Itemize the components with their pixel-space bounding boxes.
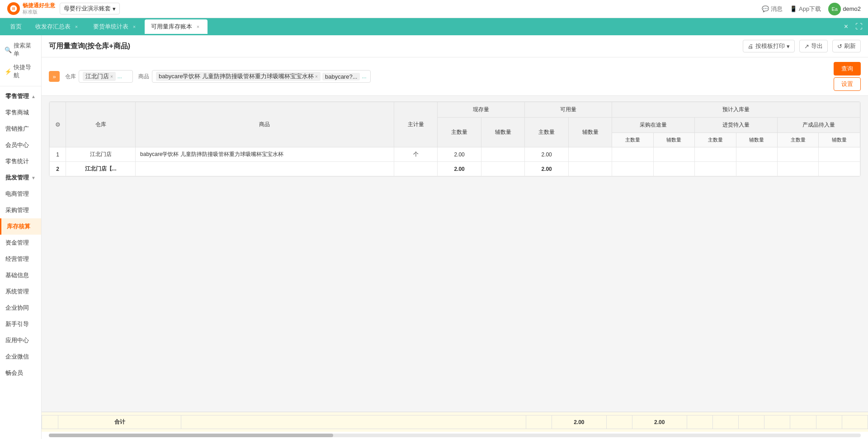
- sidebar-item-retail-mgmt[interactable]: 零售管理 ▲: [0, 88, 41, 104]
- top-bar-right: 💬 消息 📱 App下载 Ea demo2: [762, 3, 861, 15]
- warehouse-filter-group: 仓库 江北门店 × ...: [65, 70, 133, 83]
- refresh-icon: ↺: [837, 43, 842, 50]
- sidebar-item-inventory[interactable]: 库存核算: [0, 218, 41, 235]
- row-2-pur-aux: [653, 162, 694, 176]
- stock-qty-header: 主数量: [438, 118, 481, 147]
- warehouse-tag-1-remove[interactable]: ×: [110, 74, 113, 79]
- row-1-in-aux: [736, 147, 777, 162]
- row-2-stock-aux: [481, 162, 525, 176]
- row-2-prod-qty: [778, 162, 819, 176]
- tab-order-stat[interactable]: 要货单统计表 ×: [87, 19, 144, 34]
- row-2-stock-qty: 2.00: [438, 162, 481, 176]
- scroll-track[interactable]: [49, 434, 861, 437]
- query-btn[interactable]: 查询: [834, 62, 861, 76]
- filter-actions: 查询 设置: [834, 62, 861, 91]
- product-more[interactable]: ...: [362, 73, 366, 80]
- sidebar-item-member[interactable]: 会员中心: [0, 137, 41, 153]
- logo-text: 畅捷通好生意: [23, 2, 55, 9]
- sidebar-item-appcenter[interactable]: 应用中心: [0, 332, 41, 349]
- export-btn[interactable]: ↗ 导出: [799, 40, 828, 52]
- nav-tabs: 首页 收发存汇总表 × 要货单统计表 × 可用量库存账本 × × ⛶: [0, 18, 868, 35]
- stock-col-header: 现存量: [438, 102, 525, 118]
- warehouse-more[interactable]: ...: [118, 73, 122, 80]
- tab-recv-send-label: 收发存汇总表: [35, 23, 71, 31]
- top-bar-left: 畅捷通好生意 标准版 母婴行业演示账套 ▾: [7, 2, 120, 15]
- table-row: 1 江北门店 babycare学饮杯 儿童防摔防撞吸管杯重力球吸嘴杯宝宝水杯 个…: [50, 147, 860, 162]
- table-row-subtotal: 2 江北门店【... 2.00 2.00: [50, 162, 860, 176]
- avail-aux-header: 辅数量: [568, 118, 612, 147]
- row-2-pur-qty: [612, 162, 653, 176]
- tab-available-stock-close[interactable]: ×: [195, 24, 201, 30]
- tab-recv-send-close[interactable]: ×: [73, 24, 80, 30]
- settings-col-header: ⚙: [50, 102, 66, 147]
- gear-icon[interactable]: ⚙: [55, 121, 61, 128]
- page-content-area: 可用量查询(按仓库+商品) 🖨 按模板打印 ▾ ↗ 导出 ↺ 刷新: [42, 35, 868, 439]
- avatar: Ea: [828, 3, 841, 15]
- user-profile[interactable]: Ea demo2: [828, 3, 861, 15]
- fullscreen-icon[interactable]: ⛶: [854, 21, 864, 33]
- pur-aux-sub: 辅数量: [653, 133, 694, 147]
- tab-available-stock[interactable]: 可用量库存账本 ×: [145, 19, 208, 34]
- row-1-no: 1: [50, 147, 66, 162]
- row-1-avail-qty: 2.00: [525, 147, 569, 162]
- product-filter-group: 商品 babycare学饮杯 儿童防摔防撞吸管杯重力球吸嘴杯宝宝水杯 × bab…: [138, 70, 371, 83]
- logo: 畅捷通好生意 标准版: [7, 2, 55, 15]
- expand-icon: »: [52, 73, 56, 80]
- chevron-down-icon: ▾: [113, 5, 116, 12]
- sidebar-item-retail-stat[interactable]: 零售统计: [0, 153, 41, 170]
- sidebar-item-ecommerce[interactable]: 电商管理: [0, 186, 41, 202]
- product-filter-label: 商品: [138, 73, 149, 80]
- scroll-thumb[interactable]: [49, 434, 333, 437]
- account-selector[interactable]: 母婴行业演示账套 ▾: [60, 3, 120, 14]
- sidebar-item-vip[interactable]: 畅会员: [0, 365, 41, 381]
- logo-sub: 标准版: [23, 9, 55, 15]
- tab-home[interactable]: 首页: [4, 19, 28, 34]
- row-2-no: 2: [50, 162, 66, 176]
- app-download-action[interactable]: 📱 App下载: [790, 5, 821, 13]
- nav-icon: ⚡: [5, 68, 12, 75]
- inventory-table: ⚙ 仓库 商品 主计量 现存量 可用量 预计入库量 主数量 辅数量: [49, 102, 860, 176]
- username: demo2: [843, 5, 861, 12]
- row-2-prod-aux: [819, 162, 860, 176]
- print-btn[interactable]: 🖨 按模板打印 ▾: [743, 40, 795, 52]
- row-2-in-qty: [695, 162, 736, 176]
- message-action[interactable]: 💬 消息: [762, 5, 783, 13]
- settings-btn[interactable]: 设置: [834, 77, 861, 91]
- sidebar-item-wholesale-mgmt[interactable]: 批发管理 ▼: [0, 170, 41, 186]
- tab-available-stock-label: 可用量库存账本: [151, 23, 192, 31]
- filter-expand-btn[interactable]: »: [49, 71, 60, 82]
- sidebar-item-marketing[interactable]: 营销推广: [0, 121, 41, 137]
- page-header: 可用量查询(按仓库+商品) 🖨 按模板打印 ▾ ↗ 导出 ↺ 刷新: [42, 35, 868, 57]
- expected-in-col-header: 预计入库量: [612, 102, 860, 118]
- warehouse-filter-tags[interactable]: 江北门店 × ...: [79, 70, 133, 83]
- refresh-btn[interactable]: ↺ 刷新: [832, 40, 861, 52]
- sidebar-item-operations[interactable]: 经营管理: [0, 251, 41, 267]
- available-col-header: 可用量: [525, 102, 612, 118]
- tab-recv-send[interactable]: 收发存汇总表 ×: [29, 19, 86, 34]
- sidebar-item-finance[interactable]: 资金管理: [0, 235, 41, 251]
- unit-col-header: 主计量: [394, 102, 438, 147]
- tab-order-stat-close[interactable]: ×: [131, 24, 137, 30]
- pur-qty-sub: 主数量: [612, 133, 653, 147]
- nav-right-actions: × ⛶: [842, 21, 864, 33]
- sidebar-item-system[interactable]: 系统管理: [0, 283, 41, 300]
- sidebar-search[interactable]: 🔍 搜索菜单: [0, 39, 41, 61]
- sidebar-item-base-info[interactable]: 基础信息: [0, 267, 41, 283]
- row-2-warehouse: 江北门店【...: [66, 162, 136, 176]
- main-layout: 🔍 搜索菜单 ⚡ 快捷导航 零售管理 ▲ 零售商城 营销推广 会员中心: [0, 35, 868, 439]
- sidebar-quicknav[interactable]: ⚡ 快捷导航: [0, 61, 41, 82]
- table-area: ⚙ 仓库 商品 主计量 现存量 可用量 预计入库量 主数量 辅数量: [42, 96, 868, 411]
- sidebar-item-purchase[interactable]: 采购管理: [0, 202, 41, 218]
- sidebar-item-newguide[interactable]: 新手引导: [0, 316, 41, 332]
- sidebar: 🔍 搜索菜单 ⚡ 快捷导航 零售管理 ▲ 零售商城 营销推广 会员中心: [0, 35, 42, 439]
- sidebar-item-retail-mall[interactable]: 零售商城: [0, 104, 41, 121]
- sidebar-item-enterprise[interactable]: 企业协同: [0, 300, 41, 316]
- sidebar-top: 🔍 搜索菜单 ⚡ 快捷导航: [0, 35, 41, 86]
- page-title: 可用量查询(按仓库+商品): [49, 42, 130, 51]
- close-all-icon[interactable]: ×: [842, 21, 850, 33]
- product-tag-1-remove[interactable]: ×: [315, 74, 318, 79]
- table-wrapper: ⚙ 仓库 商品 主计量 现存量 可用量 预计入库量 主数量 辅数量: [49, 101, 861, 177]
- product-filter-tags[interactable]: babycare学饮杯 儿童防摔防撞吸管杯重力球吸嘴杯宝宝水杯 × babyca…: [152, 70, 371, 83]
- sidebar-section: 零售管理 ▲ 零售商城 营销推广 会员中心 零售统计 批发管理 ▼ 电商管理: [0, 86, 41, 383]
- sidebar-item-enterprise-wechat[interactable]: 企业微信: [0, 349, 41, 365]
